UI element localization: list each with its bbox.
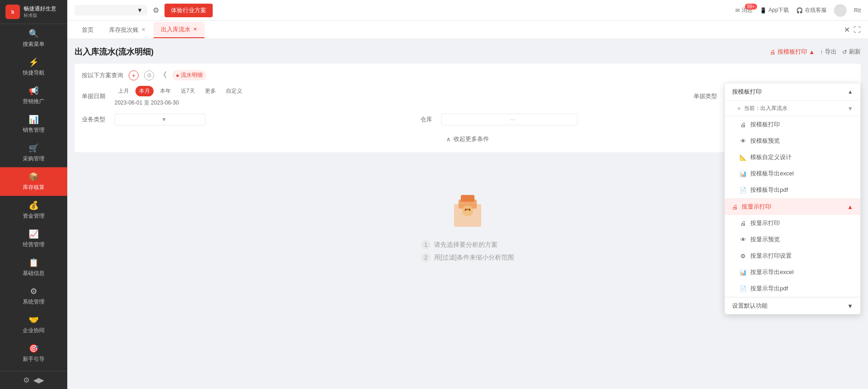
sidebar-item-app-center[interactable]: 🔲 应用中心 bbox=[0, 368, 67, 371]
warehouse-more-icon[interactable]: ··· bbox=[511, 116, 573, 123]
sidebar-item-newbie[interactable]: 🎯 新手引导 bbox=[0, 339, 67, 368]
user-avatar[interactable] bbox=[834, 4, 847, 17]
warehouse-dropdown[interactable]: ··· bbox=[441, 114, 578, 125]
sidebar-item-inventory[interactable]: 📦 库存核算 bbox=[0, 167, 67, 196]
prev-month-btn[interactable]: 上月 bbox=[115, 86, 133, 96]
header-search-input[interactable] bbox=[79, 7, 137, 14]
dropdown-item-display-print-settings[interactable]: ⚙ 按显示打印设置 bbox=[725, 248, 860, 264]
sidebar-collapse-btn[interactable]: ◀▶ bbox=[33, 376, 44, 384]
template-print-button[interactable]: 🖨 按模板打印 ▲ bbox=[770, 48, 815, 56]
business-type-label: 业务类型 bbox=[82, 115, 105, 124]
tab-inventory-batch[interactable]: 库存批次账 ✕ bbox=[102, 22, 153, 38]
username-label[interactable]: Rit bbox=[854, 7, 861, 14]
message-badge: 99+ bbox=[745, 4, 757, 10]
tab-in-out-flow[interactable]: 出入库流水 ✕ bbox=[154, 22, 205, 38]
custom-date-btn[interactable]: 自定义 bbox=[222, 86, 246, 96]
hint-num-1: 1 bbox=[421, 240, 430, 249]
current-item-label: 当前：出入库流水 bbox=[744, 105, 788, 112]
dropdown-panel-footer[interactable]: 设置默认功能 ▼ bbox=[725, 297, 860, 314]
sidebar-logo: b 畅捷通好生意 标准版 bbox=[0, 0, 67, 24]
message-icon: ✉ bbox=[735, 7, 740, 14]
svg-point-5 bbox=[462, 205, 473, 216]
refresh-button[interactable]: ↺ 刷新 bbox=[842, 48, 861, 56]
template-print-dropdown-panel: 按模板打印 ▲ 当前：出入库流水 ▼ 🖨 按模板打印 👁 bbox=[724, 83, 861, 314]
page-title-bar: 出入库流水(流水明细) 🖨 按模板打印 ▲ ↑ 导出 ↺ 刷新 bbox=[75, 46, 861, 57]
dropdown-item-display-print[interactable]: 🖨 按显示打印 bbox=[725, 215, 860, 231]
quick-nav-icon: ⚡ bbox=[29, 57, 39, 67]
filter-collapse-button[interactable]: 《 bbox=[160, 70, 167, 80]
template-export-excel-icon: 📊 bbox=[739, 170, 747, 177]
this-year-btn[interactable]: 本年 bbox=[156, 86, 175, 96]
industry-solution-button[interactable]: 体验行业方案 bbox=[165, 4, 213, 17]
dropdown-item-template-preview[interactable]: 👁 按模板预览 bbox=[725, 133, 860, 149]
dropdown-item-display-preview[interactable]: 👁 按显示预览 bbox=[725, 231, 860, 248]
sales-icon: 📊 bbox=[29, 115, 39, 125]
sidebar-item-purchase[interactable]: 🛒 采购管理 bbox=[0, 139, 67, 167]
sidebar-item-finance[interactable]: 💰 资金管理 bbox=[0, 196, 67, 224]
filter-label: 按以下方案查询 bbox=[82, 71, 123, 80]
basic-info-icon: 📋 bbox=[29, 258, 39, 268]
filter-add-button[interactable]: + bbox=[129, 70, 139, 80]
sidebar-item-search-menu[interactable]: 🔍 搜索菜单 bbox=[0, 24, 67, 53]
filter-settings-button[interactable]: ⚙ bbox=[144, 70, 154, 80]
enterprise-icon: 🤝 bbox=[29, 315, 39, 325]
tab-close-inventory-batch[interactable]: ✕ bbox=[141, 27, 145, 33]
footer-arrow-icon: ▼ bbox=[847, 303, 853, 309]
tab-home[interactable]: 首页 bbox=[75, 22, 101, 38]
sidebar-item-operations[interactable]: 📈 经营管理 bbox=[0, 224, 67, 253]
dropdown-item-template-export-excel[interactable]: 📊 按模板导出excel bbox=[725, 165, 860, 182]
business-type-arrow-icon: ▼ bbox=[161, 116, 200, 123]
filter-tag-item[interactable]: ● 流水明细 bbox=[172, 70, 206, 80]
warehouse-label: 仓库 bbox=[420, 115, 432, 124]
dropdown-item-template-print[interactable]: 🖨 按模板打印 bbox=[725, 116, 860, 133]
phone-icon: 📱 bbox=[760, 7, 767, 14]
business-type-dropdown[interactable]: ▼ bbox=[115, 114, 205, 125]
app-download-button[interactable]: 📱 App下载 bbox=[760, 6, 789, 14]
template-print-arrow-icon[interactable]: ▲ bbox=[809, 49, 815, 55]
operations-icon: 📈 bbox=[29, 229, 39, 239]
last-7-days-btn[interactable]: 近7天 bbox=[177, 86, 199, 96]
filter-tag-icon: ● bbox=[176, 72, 179, 79]
svg-point-7 bbox=[469, 209, 470, 210]
hint-num-2: 2 bbox=[421, 253, 430, 262]
display-section-arrow-icon[interactable]: ▲ bbox=[847, 204, 853, 210]
more-date-btn[interactable]: 更多 bbox=[201, 86, 219, 96]
top-header: ▼ ⚙ 体验行业方案 ✉ 消息 99+ 📱 App下载 🎧 在线客服 bbox=[67, 0, 868, 21]
tab-fullscreen-icon[interactable]: ⛶ bbox=[853, 26, 861, 34]
sidebar-item-enterprise[interactable]: 🤝 企业协同 bbox=[0, 310, 67, 339]
export-icon: ↑ bbox=[820, 49, 823, 55]
app-logo-icon: b bbox=[5, 5, 20, 19]
dropdown-current-item[interactable]: 当前：出入库流水 ▼ bbox=[725, 101, 860, 116]
dropdown-item-display-export-pdf[interactable]: 📄 按显示导出pdf bbox=[725, 280, 860, 297]
sidebar-bottom: ⚙ ◀▶ bbox=[0, 371, 67, 389]
headset-icon: 🎧 bbox=[796, 7, 803, 14]
online-service-button[interactable]: 🎧 在线客服 bbox=[796, 6, 827, 14]
this-month-btn[interactable]: 本月 bbox=[135, 86, 154, 96]
current-item-arrow-icon[interactable]: ▼ bbox=[848, 105, 853, 112]
export-button[interactable]: ↑ 导出 bbox=[820, 48, 837, 56]
sidebar-item-sales[interactable]: 📊 销售管理 bbox=[0, 110, 67, 139]
message-button[interactable]: ✉ 消息 99+ bbox=[735, 6, 753, 14]
sidebar-item-quick-nav[interactable]: ⚡ 快捷导航 bbox=[0, 53, 67, 81]
display-section-header[interactable]: 🖨 按显示打印 ▲ bbox=[725, 199, 860, 215]
header-gear-btn[interactable]: ⚙ bbox=[153, 6, 159, 15]
dropdown-item-template-export-pdf[interactable]: 📄 按模板导出pdf bbox=[725, 182, 860, 198]
header-search-box[interactable]: ▼ bbox=[75, 5, 147, 15]
page-title: 出入库流水(流水明细) bbox=[75, 46, 154, 57]
current-item-dot-icon bbox=[738, 107, 740, 110]
dropdown-panel-header: 按模板打印 ▲ bbox=[725, 83, 860, 101]
sidebar-item-basic-info[interactable]: 📋 基础信息 bbox=[0, 253, 67, 282]
dropdown-panel-collapse-icon[interactable]: ▲ bbox=[848, 89, 853, 95]
dropdown-item-template-custom[interactable]: 📐 模板自定义设计 bbox=[725, 149, 860, 165]
search-dropdown-icon[interactable]: ▼ bbox=[137, 7, 143, 14]
dropdown-item-display-export-excel[interactable]: 📊 按显示导出excel bbox=[725, 264, 860, 280]
sidebar-nav: 🔍 搜索菜单 ⚡ 快捷导航 📢 营销推广 📊 销售管理 🛒 采购管理 📦 bbox=[0, 24, 67, 371]
sidebar-settings-btn[interactable]: ⚙ bbox=[23, 376, 30, 384]
display-print-item-icon: 🖨 bbox=[739, 219, 747, 227]
sidebar-item-marketing[interactable]: 📢 营销推广 bbox=[0, 81, 67, 110]
tab-close-all-icon[interactable]: ✕ bbox=[844, 25, 850, 34]
date-range-display: 2023-06-01 至 2023-06-30 bbox=[115, 99, 246, 107]
top-header-right: ✉ 消息 99+ 📱 App下载 🎧 在线客服 Rit bbox=[735, 4, 861, 17]
sidebar-item-system[interactable]: ⚙ 系统管理 bbox=[0, 282, 67, 310]
tab-close-in-out-flow[interactable]: ✕ bbox=[193, 26, 197, 32]
